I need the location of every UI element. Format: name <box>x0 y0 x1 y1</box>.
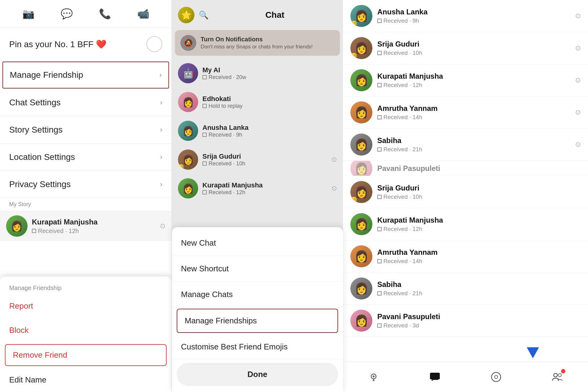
menu-item-chat-settings[interactable]: Chat Settings › <box>0 89 172 116</box>
context-menu-block[interactable]: Block <box>0 318 172 342</box>
right-chat-srija2[interactable]: 👩 😊 Srija Guduri Received · 10h <box>343 176 588 208</box>
right-kurapati2-status: Received · 12h <box>377 226 581 232</box>
camera-nav-icon[interactable] <box>487 368 505 386</box>
chat-popup-menu: New Chat New Shortcut Manage Chats Manag… <box>172 227 343 392</box>
right-amrutha2-status: Received · 14h <box>377 258 581 265</box>
right-srija-name: Srija Guduri <box>377 40 570 48</box>
right-chat-kurapati[interactable]: 👩 Kurapati Manjusha Received · 12h ⊙ <box>343 64 588 96</box>
context-menu-remove-friend[interactable]: Remove Friend <box>5 344 167 366</box>
kurapati2-camera-icon[interactable]: ⊙ <box>331 184 337 192</box>
svg-point-3 <box>492 372 501 382</box>
popup-new-chat[interactable]: New Chat <box>172 230 343 256</box>
right-sabiha-status: Received · 21h <box>377 146 570 153</box>
my-ai-status-square <box>202 75 207 79</box>
right-kurapati2-avatar: 👩 <box>350 213 372 235</box>
right-kurapati-camera-icon[interactable]: ⊙ <box>575 76 581 84</box>
right-anusha-camera-icon[interactable]: ⊙ <box>575 12 581 20</box>
context-menu-label: Manage Friendship <box>0 280 172 294</box>
right-pavani-partial-info: Pavani Pasupuleti <box>377 164 581 173</box>
right-chat-amrutha[interactable]: 👩 Amrutha Yannam Received · 14h ⊙ <box>343 96 588 129</box>
map-nav-icon[interactable] <box>364 368 383 386</box>
popup-customise-emojis[interactable]: Customise Best Friend Emojis <box>172 334 343 360</box>
right-kurapati2-status-square <box>377 227 382 231</box>
right-chat-kurapati2[interactable]: 👩 Kurapati Manjusha Received · 12h <box>343 208 588 240</box>
right-srija2-info: Srija Guduri Received · 10h <box>377 184 581 200</box>
menu-item-story-settings[interactable]: Story Settings › <box>0 116 172 144</box>
right-srija-camera-icon[interactable]: ⊙ <box>575 44 581 52</box>
right-kurapati-avatar: 👩 <box>350 69 372 91</box>
right-chat-sabiha2[interactable]: 👩 Sabiha Received · 21h <box>343 273 588 305</box>
chat-search-icon[interactable]: 🔍 <box>199 10 209 20</box>
srija-status-square <box>202 161 207 166</box>
srija-info: Srija Guduri Received · 10h <box>202 153 327 167</box>
chat-item-edhokati[interactable]: 👩 Edhokati Hold to replay <box>172 88 343 116</box>
right-pavani2-name: Pavani Pasupuleti <box>377 312 581 321</box>
right-anusha-info: Anusha Lanka Received · 9h <box>377 8 570 24</box>
right-anusha-status: Received · 9h <box>377 17 570 24</box>
kurapati-camera-icon[interactable]: ⊙ <box>160 222 165 230</box>
pin-bff-toggle[interactable] <box>146 36 162 52</box>
popup-new-shortcut[interactable]: New Shortcut <box>172 256 343 282</box>
notif-title: Turn On Notifications <box>201 36 313 43</box>
friends-notification-dot <box>561 369 565 373</box>
right-sabiha2-info: Sabiha Received · 21h <box>377 280 581 297</box>
chat-item-my-ai[interactable]: 🤖 My AI Received · 20w <box>172 59 343 88</box>
right-kurapati-status-square <box>377 83 382 87</box>
right-amrutha2-info: Amrutha Yannam Received · 14h <box>377 248 581 265</box>
chat-nav-icon[interactable] <box>426 368 444 386</box>
right-chat-srija[interactable]: 👩 😊 Srija Guduri Received · 10h ⊙ <box>343 32 588 64</box>
kurapati-info: Kurapati Manjusha Received · 12h <box>32 218 160 235</box>
menu-item-location-settings-label: Location Settings <box>9 152 75 162</box>
menu-item-manage-friendship-label: Manage Friendship <box>10 70 83 80</box>
right-srija-info: Srija Guduri Received · 10h <box>377 40 570 56</box>
chat-item-srija[interactable]: 👩 😊 Srija Guduri Received · 10h ⊙ <box>172 145 343 174</box>
right-sabiha2-avatar: 👩 <box>350 277 372 300</box>
kurapati2-status: Received · 12h <box>202 189 327 196</box>
right-sabiha-camera-icon[interactable]: ⊙ <box>575 141 581 149</box>
panel-chat: 🌟 🔍 Chat 🔕 Turn On Notifications Don't m… <box>172 0 343 392</box>
popup-manage-friendships[interactable]: Manage Friendships <box>177 309 338 333</box>
chat-top-icon[interactable]: 💬 <box>58 5 75 22</box>
chat-header: 🌟 🔍 Chat <box>172 0 343 30</box>
chat-item-anusha[interactable]: 👩 Anusha Lanka Received · 9h <box>172 116 343 145</box>
friends-nav-icon[interactable] <box>548 368 567 386</box>
right-anusha-name: Anusha Lanka <box>377 8 570 16</box>
menu-item-privacy-settings-arrow: › <box>160 180 162 188</box>
right-kurapati-status: Received · 12h <box>377 82 570 89</box>
camera-top-icon[interactable]: 📷 <box>20 5 37 22</box>
video-top-icon[interactable]: 📹 <box>135 5 152 22</box>
context-menu-edit-name[interactable]: Edit Name <box>0 368 172 392</box>
right-chat-anusha[interactable]: 👩 😊 Anusha Lanka Received · 9h ⊙ <box>343 0 588 32</box>
kurapati2-name: Kurapati Manjusha <box>202 181 327 189</box>
menu-item-story-settings-label: Story Settings <box>9 125 62 135</box>
srija-status: Received · 10h <box>202 160 327 167</box>
panel-left: 📷 💬 📞 📹 Pin as your No. 1 BFF ❤️ Manage … <box>0 0 172 392</box>
context-menu-report[interactable]: Report <box>0 294 172 318</box>
right-chat-amrutha2[interactable]: 👩 Amrutha Yannam Received · 14h <box>343 240 588 273</box>
status-square-icon <box>32 229 36 233</box>
menu-item-location-settings[interactable]: Location Settings › <box>0 144 172 171</box>
right-pavani2-avatar: 👩 <box>350 310 372 332</box>
right-srija-status-square <box>377 51 382 55</box>
phone-top-icon[interactable]: 📞 <box>96 5 114 22</box>
chat-item-kurapati2[interactable]: 👩 Kurapati Manjusha Received · 12h ⊙ <box>172 174 343 203</box>
right-chat-pavani2[interactable]: 👩 Pavani Pasupuleti Received · 3d <box>343 305 588 337</box>
chat-list-item-kurapati[interactable]: 👩 Kurapati Manjusha Received · 12h ⊙ <box>0 211 172 241</box>
pin-bff-item[interactable]: Pin as your No. 1 BFF ❤️ <box>0 28 172 61</box>
srija-camera-icon[interactable]: ⊙ <box>331 156 337 164</box>
menu-item-privacy-settings-label: Privacy Settings <box>9 179 71 189</box>
menu-item-chat-settings-arrow: › <box>160 99 162 107</box>
right-amrutha-camera-icon[interactable]: ⊙ <box>575 108 581 116</box>
menu-item-privacy-settings[interactable]: Privacy Settings › <box>0 171 172 198</box>
my-story-partial: My Story <box>0 198 172 211</box>
pin-bff-label: Pin as your No. 1 BFF ❤️ <box>9 39 107 49</box>
popup-done-button[interactable]: Done <box>177 363 338 386</box>
right-chat-pavani-partial[interactable]: 👩 Pavani Pasupuleti <box>343 161 588 176</box>
right-chat-sabiha[interactable]: 👩 Sabiha Received · 21h ⊙ <box>343 129 588 161</box>
popup-manage-chats[interactable]: Manage Chats <box>172 282 343 307</box>
chat-header-title: Chat <box>213 10 337 20</box>
arrow-indicator <box>527 347 539 358</box>
menu-item-manage-friendship[interactable]: Manage Friendship › <box>2 62 169 89</box>
right-srija-avatar: 👩 😊 <box>350 37 372 59</box>
notification-banner[interactable]: 🔕 Turn On Notifications Don't miss any S… <box>175 30 340 56</box>
